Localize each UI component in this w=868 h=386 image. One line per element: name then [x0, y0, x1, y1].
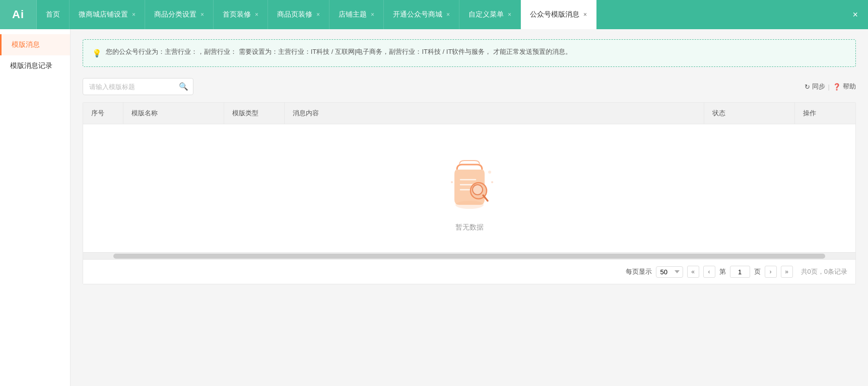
- nav-tab-close[interactable]: ×: [446, 11, 450, 18]
- nav-tab-label: 开通公众号商城: [393, 10, 442, 19]
- scrollbar-thumb[interactable]: [113, 254, 825, 259]
- logo-text: Ai: [12, 8, 24, 21]
- page-size-select[interactable]: 102050100: [656, 266, 683, 278]
- search-input[interactable]: [83, 78, 193, 95]
- notice-text: 您的公众号行业为：主营行业：，副营行业： 需要设置为：主营行业：IT科技 / 互…: [106, 47, 572, 57]
- notice-icon: 💡: [92, 47, 102, 59]
- nav-tab-category-settings[interactable]: 商品分类设置×: [145, 0, 214, 29]
- nav-tab-close[interactable]: ×: [316, 11, 320, 18]
- page-size-label: 每页显示: [626, 267, 652, 276]
- sidebar-item-template-msg[interactable]: 模版消息: [0, 34, 70, 55]
- main-layout: 模版消息模版消息记录 💡 您的公众号行业为：主营行业：，副营行业： 需要设置为：…: [0, 29, 868, 386]
- nav-tab-template-msg[interactable]: 公众号模版消息×: [521, 0, 596, 29]
- table-header: 序号模版名称模版类型消息内容状态操作: [83, 103, 855, 124]
- nav-tab-label: 自定义菜单: [469, 10, 504, 19]
- page-unit: 页: [754, 267, 761, 276]
- table-col-type: 模版类型: [224, 103, 285, 124]
- page-input[interactable]: [730, 266, 750, 278]
- table-wrap: 序号模版名称模版类型消息内容状态操作: [83, 102, 856, 284]
- nav-tab-shop-theme[interactable]: 店铺主题×: [329, 0, 384, 29]
- sidebar-item-template-msg-records[interactable]: 模版消息记录: [0, 55, 70, 76]
- scrollbar-area[interactable]: [83, 252, 855, 259]
- pagination: 每页显示 102050100 « ‹ 第 页 › » 共0页，0条记录: [83, 259, 855, 284]
- close-all-button[interactable]: ×: [842, 10, 868, 20]
- search-input-wrap: 🔍: [83, 78, 193, 95]
- notice-highlight: 需要设置为：主营行业：IT科技 / 互联网|电子商务，副营行业：IT科技 / I…: [239, 48, 492, 55]
- next-page-button[interactable]: ›: [765, 266, 777, 278]
- prev-page-button[interactable]: ‹: [703, 266, 715, 278]
- page-word: 第: [719, 267, 726, 276]
- search-left: 🔍: [83, 78, 193, 95]
- svg-point-8: [451, 181, 453, 183]
- nav-tab-label: 商品页装修: [277, 10, 312, 19]
- table-col-action: 操作: [795, 103, 855, 124]
- divider: |: [828, 83, 830, 91]
- search-right: ↻ 同步 | ❓ 帮助: [805, 82, 856, 91]
- content-area: 💡 您的公众号行业为：主营行业：，副营行业： 需要设置为：主营行业：IT科技 /…: [71, 29, 868, 386]
- nav-tab-close[interactable]: ×: [371, 11, 374, 18]
- last-page-button[interactable]: »: [781, 266, 793, 278]
- notice-box: 💡 您的公众号行业为：主营行业：，副营行业： 需要设置为：主营行业：IT科技 /…: [83, 39, 856, 67]
- nav-tab-close[interactable]: ×: [201, 11, 204, 18]
- sync-button[interactable]: ↻ 同步: [805, 82, 825, 91]
- nav-tab-home-decor[interactable]: 首页装修×: [214, 0, 268, 29]
- nav-tab-close[interactable]: ×: [255, 11, 258, 18]
- top-nav: Ai 首页微商城店铺设置×商品分类设置×首页装修×商品页装修×店铺主题×开通公众…: [0, 0, 868, 29]
- first-page-button[interactable]: «: [687, 266, 699, 278]
- svg-point-7: [488, 171, 491, 174]
- empty-text: 暂无数据: [455, 223, 484, 232]
- empty-illustration: [439, 155, 500, 215]
- search-bar: 🔍 ↻ 同步 | ❓ 帮助: [83, 78, 856, 95]
- help-icon: ❓: [833, 83, 841, 91]
- nav-tab-close[interactable]: ×: [132, 11, 136, 18]
- nav-tab-label: 商品分类设置: [154, 10, 196, 19]
- help-button[interactable]: ❓ 帮助: [833, 82, 856, 91]
- svg-point-5: [473, 185, 483, 195]
- svg-point-9: [491, 181, 493, 183]
- nav-tab-label: 首页装修: [223, 10, 251, 19]
- table-col-index: 序号: [83, 103, 123, 124]
- nav-tab-close[interactable]: ×: [508, 11, 511, 18]
- table-col-name: 模版名称: [123, 103, 224, 124]
- nav-tab-open-mall[interactable]: 开通公众号商城×: [384, 0, 459, 29]
- nav-tab-product-decor[interactable]: 商品页装修×: [268, 0, 329, 29]
- total-info: 共0页，0条记录: [801, 267, 847, 276]
- search-icon[interactable]: 🔍: [179, 82, 188, 91]
- nav-tab-custom-menu[interactable]: 自定义菜单×: [459, 0, 521, 29]
- sidebar: 模版消息模版消息记录: [0, 29, 71, 386]
- nav-tab-label: 店铺主题: [339, 10, 367, 19]
- table-col-content: 消息内容: [285, 103, 704, 124]
- nav-tab-label: 公众号模版消息: [530, 10, 579, 19]
- nav-tab-close[interactable]: ×: [583, 11, 587, 18]
- nav-tab-label: 首页: [46, 10, 60, 19]
- nav-tab-label: 微商城店铺设置: [79, 10, 128, 19]
- table-col-status: 状态: [704, 103, 795, 124]
- sync-icon: ↻: [805, 83, 810, 91]
- logo-tab: Ai: [0, 0, 37, 29]
- empty-state: 暂无数据: [83, 124, 855, 252]
- nav-tab-shop-settings[interactable]: 微商城店铺设置×: [70, 0, 145, 29]
- nav-tab-home[interactable]: 首页: [37, 0, 70, 29]
